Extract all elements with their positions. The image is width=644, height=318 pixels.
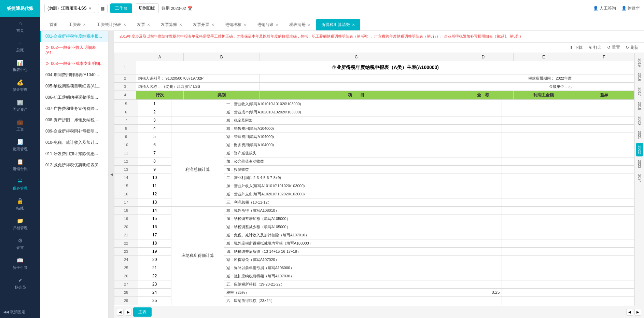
value-cell[interactable] (436, 223, 502, 231)
service-label[interactable]: 👤 人工答询 (593, 5, 616, 11)
year-item-2024[interactable]: 2024 (636, 171, 643, 185)
diff-cell[interactable] (568, 108, 634, 116)
diff-cell[interactable] (568, 157, 634, 165)
diff-cell[interactable] (568, 149, 634, 157)
scroll-left-button[interactable]: ◀ (626, 309, 633, 316)
profit-cell[interactable] (502, 165, 568, 174)
year-item-2023[interactable]: 2023 (636, 157, 643, 171)
tab-home[interactable]: 首页 (44, 19, 63, 30)
value-cell[interactable] (436, 239, 502, 247)
left-panel-item-008[interactable]: 008-资产折旧、摊销及纳税... (40, 114, 108, 126)
value-cell[interactable] (436, 296, 502, 305)
profit-cell[interactable] (502, 264, 568, 272)
value-cell[interactable] (436, 215, 502, 223)
profit-cell[interactable] (502, 157, 568, 165)
profit-cell[interactable] (502, 190, 568, 198)
diff-cell[interactable] (568, 255, 634, 264)
tab-tax-calc[interactable]: 所得税汇算清缴 ✕ (316, 19, 360, 30)
profit-cell[interactable] (502, 247, 568, 255)
profit-cell[interactable] (502, 255, 568, 264)
profit-cell[interactable] (502, 206, 568, 215)
sidebar-item-invoice[interactable]: 🧾 发票管理 (0, 135, 40, 155)
diff-cell[interactable] (568, 272, 634, 280)
value-cell[interactable] (436, 108, 502, 116)
sidebar-item-tax[interactable]: 🏛 税务管理 (0, 175, 40, 194)
switch-version-button[interactable]: 切到旧版 (135, 3, 159, 13)
value-cell[interactable] (436, 174, 502, 182)
left-panel-item-001[interactable]: 001-企业所得税年度纳税申报... (40, 31, 108, 42)
value-cell[interactable] (436, 206, 502, 215)
reset-button[interactable]: ↺ 重置 (607, 45, 620, 51)
year-item-2017[interactable]: 2017 (636, 85, 643, 98)
tab-close-invoice[interactable]: ✕ (147, 23, 150, 27)
value-cell[interactable] (436, 231, 502, 239)
year-item-2022[interactable]: 2022 (636, 143, 643, 156)
value-cell[interactable] (436, 116, 502, 124)
profit-cell[interactable] (502, 100, 568, 108)
tab-close-salary[interactable]: ✕ (83, 23, 86, 27)
download-button[interactable]: ⬇ 下载 (570, 45, 583, 51)
profit-cell[interactable] (502, 272, 568, 280)
left-panel-item-002[interactable]: ⊙ 002-一般企业收入明细表(A1... (40, 42, 108, 58)
profit-cell[interactable] (502, 288, 568, 296)
sidebar-item-archive[interactable]: 📁 归档管理 (0, 214, 40, 234)
left-panel-item-003[interactable]: ⊙ 003-一般企业成本支出明细... (40, 58, 108, 69)
value-cell[interactable] (436, 182, 502, 190)
tab-invoice-calc[interactable]: 发票算账 ✕ (156, 19, 187, 30)
diff-cell[interactable] (568, 215, 634, 223)
tab-close-tax-calc[interactable]: ✕ (352, 23, 355, 27)
value-cell[interactable] (436, 264, 502, 272)
profit-cell[interactable] (502, 149, 568, 157)
value-cell[interactable] (436, 190, 502, 198)
left-panel-item-010[interactable]: 010-免税、减计收入及加计... (40, 137, 108, 148)
tab-close-invoice-calc[interactable]: ✕ (179, 23, 182, 27)
profit-cell[interactable] (502, 223, 568, 231)
left-panel-item-012[interactable]: 012-减免所得税优惠明细表(0... (40, 160, 108, 171)
profit-cell[interactable] (502, 215, 568, 223)
value-cell[interactable] (436, 255, 502, 264)
spreadsheet[interactable]: A B C D E F 1 企业所 (114, 53, 634, 306)
collapse-panel-button[interactable]: ◀ (109, 31, 114, 318)
left-panel-item-004[interactable]: 004-期间费用明细表(A1040... (40, 69, 108, 81)
profit-cell[interactable] (502, 239, 568, 247)
profit-cell[interactable] (502, 280, 568, 288)
sidebar-item-salary[interactable]: 💼 工资 (0, 115, 40, 135)
diff-cell[interactable] (568, 223, 634, 231)
diff-cell[interactable] (568, 182, 634, 190)
diff-cell[interactable] (568, 264, 634, 272)
value-cell[interactable] (436, 149, 502, 157)
diff-cell[interactable] (568, 296, 634, 305)
sidebar-item-settings[interactable]: ⚙ 设置 (0, 234, 40, 254)
sheet-nav-next[interactable]: ▶ (125, 309, 132, 316)
value-cell[interactable]: 0.25 (436, 288, 502, 296)
value-cell[interactable] (436, 124, 502, 133)
value-cell[interactable] (436, 133, 502, 141)
diff-cell[interactable] (568, 231, 634, 239)
sidebar-item-close[interactable]: 🔒 结账 (0, 194, 40, 214)
sidebar-item-report[interactable]: 📊 报表中心 (0, 56, 40, 76)
value-cell[interactable] (436, 272, 502, 280)
sidebar-item-home[interactable]: ⌂ 首页 (0, 17, 40, 37)
workbench-button[interactable]: 工作台 (110, 3, 132, 13)
profit-cell[interactable] (502, 116, 568, 124)
value-cell[interactable] (436, 165, 502, 174)
value-cell[interactable] (436, 247, 502, 255)
year-item-2020[interactable]: 2020 (636, 114, 643, 127)
tab-salary[interactable]: 工资表 ✕ (64, 19, 91, 30)
sidebar-item-purchase[interactable]: 📋 进销台账 (0, 155, 40, 175)
left-panel-item-011[interactable]: 011-研发费用加计扣除优惠... (40, 148, 108, 160)
scroll-right-button[interactable]: ▶ (634, 309, 641, 316)
year-item-2021[interactable]: 2021 (636, 128, 643, 142)
left-panel-item-005[interactable]: 005-纳税调整项目明细表(A1... (40, 81, 108, 92)
profit-cell[interactable] (502, 174, 568, 182)
tab-invoice[interactable]: 发票 ✕ (132, 19, 155, 30)
diff-cell[interactable] (568, 239, 634, 247)
diff-cell[interactable] (568, 124, 634, 133)
sheet-nav-prev[interactable]: ◀ (117, 309, 124, 316)
tab-close-purchase-ledger[interactable]: ✕ (276, 23, 278, 27)
value-cell[interactable] (436, 100, 502, 108)
sidebar-item-assets[interactable]: 🏢 固定资产 (0, 96, 40, 115)
refresh-button[interactable]: ↻ 刷新 (626, 45, 639, 51)
tab-salary-stat[interactable]: 工资统计报表 ✕ (92, 19, 131, 30)
profit-cell[interactable] (502, 296, 568, 305)
